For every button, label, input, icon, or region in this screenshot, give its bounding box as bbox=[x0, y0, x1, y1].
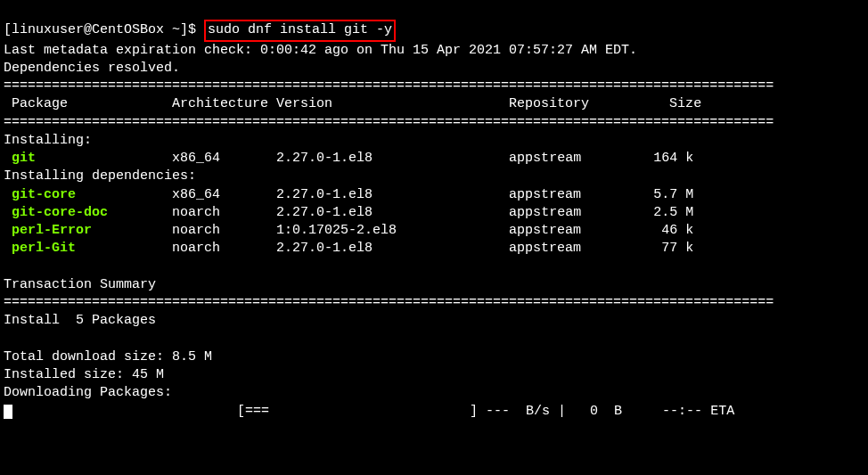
pkg-name: perl-Git bbox=[12, 241, 76, 256]
installed-size: Installed size: 45 M bbox=[4, 367, 164, 382]
install-count: Install 5 Packages bbox=[4, 313, 156, 328]
divider-summary: ========================================… bbox=[4, 295, 774, 310]
deps-resolved: Dependencies resolved. bbox=[4, 61, 180, 76]
pkg-name: git-core-doc bbox=[12, 205, 108, 220]
divider-header: ========================================… bbox=[4, 115, 774, 130]
pkg-row: x86_64 2.27.0-1.el8 appstream 164 k bbox=[36, 151, 693, 166]
header-row: Package Architecture Version Repository … bbox=[4, 96, 701, 111]
downloading-label: Downloading Packages: bbox=[4, 385, 172, 400]
transaction-summary: Transaction Summary bbox=[4, 277, 156, 292]
metadata-line: Last metadata expiration check: 0:00:42 … bbox=[4, 43, 637, 58]
command-highlight: sudo dnf install git -y bbox=[204, 20, 396, 41]
pkg-name: git bbox=[12, 151, 36, 166]
prompt-user: [linuxuser@CentOSBox ~] bbox=[4, 22, 188, 37]
prompt-line: [linuxuser@CentOSBox ~]$ sudo dnf instal… bbox=[4, 22, 396, 37]
pkg-row: noarch 1:0.17025-2.el8 appstream 46 k bbox=[92, 223, 693, 238]
pkg-row: noarch 2.27.0-1.el8 appstream 2.5 M bbox=[108, 205, 693, 220]
cursor bbox=[4, 405, 12, 419]
prompt-symbol: $ bbox=[188, 22, 196, 37]
pkg-row: noarch 2.27.0-1.el8 appstream 77 k bbox=[76, 241, 693, 256]
pkg-name: perl-Error bbox=[12, 223, 92, 238]
download-size: Total download size: 8.5 M bbox=[4, 349, 212, 364]
installing-deps-label: Installing dependencies: bbox=[4, 168, 196, 184]
command-text: sudo dnf install git -y bbox=[208, 22, 392, 37]
pkg-row: x86_64 2.27.0-1.el8 appstream 5.7 M bbox=[76, 187, 693, 202]
progress-bar: [=== ] --- B/s | 0 B --:-- ETA bbox=[12, 404, 734, 419]
divider-top: ========================================… bbox=[4, 78, 774, 94]
pkg-name: git-core bbox=[12, 187, 76, 202]
installing-label: Installing: bbox=[4, 133, 92, 148]
